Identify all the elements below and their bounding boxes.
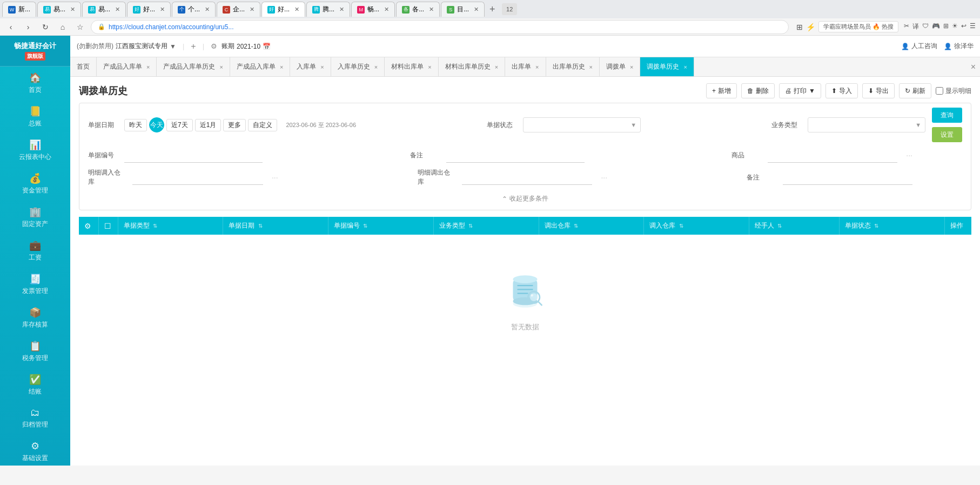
tab-close-9[interactable]: ✕ [384,6,389,13]
moon-icon[interactable]: ☀ [952,22,958,31]
app-tab-cailiao-history-close[interactable]: × [495,64,498,70]
import-btn[interactable]: ⬆ 导入 [825,83,858,98]
app-tab-ruku[interactable]: 入库单 × [290,57,331,77]
sidebar-item-invoice[interactable]: 🧾 发票管理 [0,268,70,301]
shield-icon[interactable]: 🛡 [922,22,929,31]
status-select[interactable] [523,117,641,132]
translate-icon[interactable]: 译 [912,22,919,31]
address-input[interactable]: 🔒 https://cloud.chanjet.com/accounting/u… [91,20,789,34]
app-tab-ruku-history[interactable]: 入库单历史 × [331,57,385,77]
goods-input[interactable] [768,148,897,163]
query-btn[interactable]: 查询 [932,108,962,123]
sidebar-item-funds[interactable]: 💰 资金管理 [0,167,70,201]
th-doc-type[interactable]: 单据类型 ⇅ [118,217,223,235]
sidebar-item-inventory[interactable]: 📦 库存核算 [0,301,70,335]
date-btn-more[interactable]: 更多 [223,119,246,131]
app-tab-chuku-history[interactable]: 出库单历史 × [546,57,600,77]
back-btn[interactable]: ‹ [4,21,17,34]
tab-close-5[interactable]: ✕ [205,6,210,13]
app-tab-cailiao-history[interactable]: 材料出库单历史 × [439,57,505,77]
browser-tab-9[interactable]: M 畅... ✕ [351,2,395,17]
tab-close-3[interactable]: ✕ [115,6,120,13]
app-tab-chuku-close[interactable]: × [535,64,539,70]
app-tab-home[interactable]: 首页 [70,57,97,77]
refresh-browser-btn[interactable]: ↻ [39,21,52,34]
browser-tab-11[interactable]: S 目... ✕ [441,2,485,17]
sidebar-item-home[interactable]: 🏠 首页 [0,67,70,100]
app-tab-chanpin-history[interactable]: 产成品入库单历史 × [157,57,230,77]
browser-tab-8[interactable]: 腾 腾... ✕ [306,2,350,17]
collapse-btn[interactable]: ⌃ 收起更多条件 [502,194,548,203]
th-in-wh[interactable]: 调入仓库 ⇅ [644,217,749,235]
app-tab-chanpin2-close[interactable]: × [280,64,283,70]
tab-close-8[interactable]: ✕ [339,6,344,13]
app-tab-diaobao-close[interactable]: × [630,64,633,70]
app-tab-ruku-history-close[interactable]: × [374,64,378,70]
tab-close-2[interactable]: ✕ [70,6,75,13]
sidebar-item-settings[interactable]: ⚙ 基础设置 [0,435,70,466]
app-tab-chuku-history-close[interactable]: × [589,64,593,70]
delete-btn[interactable]: 🗑 删除 [741,83,775,98]
refresh-btn[interactable]: ↻ 刷新 [899,83,931,98]
tab-bar-close[interactable]: × [971,62,980,72]
add-company-btn[interactable]: + [191,42,196,51]
print-btn[interactable]: 🖨 打印 ▼ [779,83,821,98]
date-btn-1month[interactable]: 近1月 [195,119,221,131]
browser-tab-6[interactable]: C 企... ✕ [217,2,260,17]
date-btn-custom[interactable]: 自定义 [248,119,277,131]
user-profile[interactable]: 👤 徐泽华 [944,42,974,51]
date-btn-7days[interactable]: 近7天 [166,119,193,131]
app-tab-diaobao-history[interactable]: 调拨单历史 × [640,57,694,77]
remark2-input[interactable] [783,170,912,185]
app-tab-chanpin-history-close[interactable]: × [219,64,223,70]
date-btn-yesterday[interactable]: 昨天 [124,119,147,131]
calendar-icon[interactable]: 📅 [263,43,271,50]
sidebar-item-archive[interactable]: 🗂 归档管理 [0,402,70,435]
browser-tab-4[interactable]: 好 好... ✕ [127,2,171,17]
export-btn[interactable]: ⬇ 导出 [862,83,895,98]
bookmark-btn[interactable]: ☆ [73,21,86,34]
sidebar-item-wages[interactable]: 💼 工资 [0,234,70,268]
search-bar[interactable]: 学霸应聘场景鸟员 🔥 热搜 [818,21,898,32]
app-tab-ruku-close[interactable]: × [320,64,324,70]
scissors-icon[interactable]: ✂ [904,22,909,31]
doc-no-input[interactable] [124,148,263,163]
close-all-tabs-icon[interactable]: × [971,62,976,72]
sidebar-item-ledger[interactable]: 📒 总账 [0,100,70,134]
app-tab-diaobao-history-close[interactable]: × [683,64,687,70]
undo-icon[interactable]: ↩ [961,22,966,31]
th-check[interactable]: ☐ [98,217,118,235]
sidebar-item-report[interactable]: 📊 云报表中心 [0,134,70,167]
th-doc-no[interactable]: 单据编号 ⇅ [328,217,434,235]
tab-close-11[interactable]: ✕ [474,6,479,13]
tab-close-7[interactable]: ✕ [294,6,299,13]
sidebar-item-settle[interactable]: ✅ 结账 [0,368,70,402]
company-selector[interactable]: (勿删勿禁用) 江西服宝测试专用 ▼ [77,42,176,51]
detail-out-ellipsis-btn[interactable]: ··· [601,173,607,182]
browser-tab-5[interactable]: 个 个... ✕ [172,2,216,17]
th-handler[interactable]: 经手人 ⇅ [749,217,840,235]
remark-input[interactable] [446,148,585,163]
th-doc-date[interactable]: 单据日期 ⇅ [223,217,328,235]
th-gear[interactable]: ⚙ [79,217,98,235]
biz-type-select[interactable] [808,117,925,132]
menu-icon[interactable]: ☰ [970,22,976,31]
app-tab-diaobao[interactable]: 调拨单 × [600,57,640,77]
browser-tab-3[interactable]: 易 易... ✕ [82,2,126,17]
tab-count-badge[interactable]: 12 [502,3,517,15]
extensions-icon[interactable]: ⊞ [796,23,803,31]
browser-tab-2[interactable]: 易 易... ✕ [37,2,81,17]
home-browser-btn[interactable]: ⌂ [56,21,69,34]
filter-settings-btn[interactable]: 设置 [932,127,962,142]
sidebar-item-assets[interactable]: 🏢 固定资产 [0,201,70,234]
detail-out-input[interactable] [462,170,593,185]
app-tab-chuku[interactable]: 出库单 × [505,57,546,77]
settings-btn[interactable]: ⚙ [211,42,217,50]
app-tab-cailiao-chuku[interactable]: 材料出库单 × [385,57,438,77]
th-status[interactable]: 单据状态 ⇅ [839,217,944,235]
grid-icon[interactable]: ⊞ [943,22,949,31]
app-tab-chanpin2[interactable]: 产成品入库单 × [230,57,290,77]
new-tab-btn[interactable]: + [486,3,499,16]
browser-tab-7[interactable]: 好 好... ✕ [261,2,305,17]
lightning-icon[interactable]: ⚡ [806,23,815,31]
